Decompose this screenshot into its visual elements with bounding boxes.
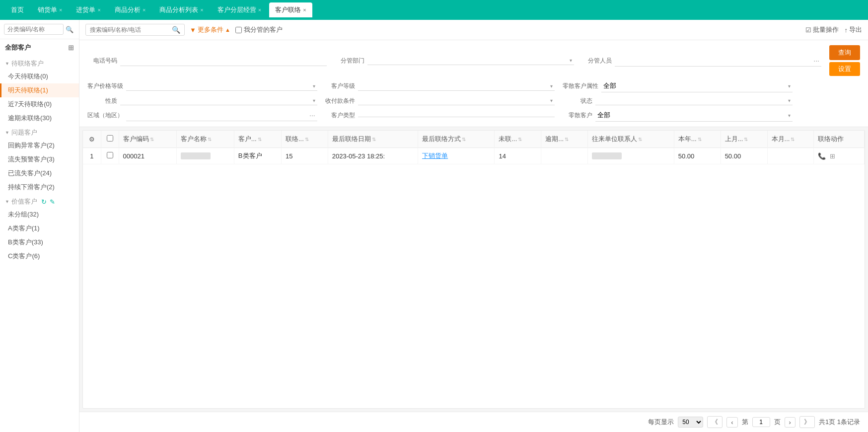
col-contact-person: 往来单位联系人 ⇅ [588,131,674,148]
nav-customer-contact[interactable]: 客户联络 × [269,2,312,17]
edit-icon[interactable]: ✎ [50,198,55,206]
nav-home[interactable]: 首页 [5,2,30,17]
last-contact-method-link[interactable]: 下销货单 [422,152,448,159]
filter-search-box[interactable]: 🔍 [85,24,185,36]
select-all-checkbox[interactable] [107,135,113,142]
phone-action-icon[interactable]: 📞 [818,152,826,160]
more-conditions-btn[interactable]: ▼ 更多条件 ▲ [190,25,230,34]
export-btn[interactable]: ↑ 导出 [845,25,863,34]
sidebar-item-c-class[interactable]: C类客户(6) [0,249,79,263]
filter-search-icon[interactable]: 🔍 [172,26,180,34]
sort-icon[interactable]: ⇅ [208,137,212,142]
query-button[interactable]: 查询 [829,45,860,60]
filter-row-2: 客户价格等级 ▾ 客户等级 ▾ 零散客户属性 全部 [87,80,860,92]
sidebar-item-declining[interactable]: 持续下滑客户(2) [0,180,79,194]
gender-select[interactable]: ▾ [120,96,317,105]
status-select[interactable]: ▾ [595,96,793,105]
close-icon[interactable]: × [59,7,62,13]
chevron-down-icon: ▾ [550,98,553,103]
nav-purchase-order[interactable]: 进货单 × [70,2,106,17]
sort-icon[interactable]: ⇅ [150,137,154,142]
sort-icon[interactable]: ⇅ [638,137,642,142]
filter-search-input[interactable] [90,26,172,33]
filter-field-retail-customer: 零散客户 全部 ▾ [563,109,793,122]
sidebar-item-tomorrow-contact[interactable]: 明天待联络(1) [0,83,79,97]
sidebar-item-churn-warning[interactable]: 流失预警客户(3) [0,152,79,166]
next-page-btn[interactable]: › [785,417,796,428]
qr-action-icon[interactable]: ⊞ [830,152,835,160]
nav-sales-order[interactable]: 销货单 × [32,2,68,17]
dots-icon[interactable]: ··· [309,111,315,119]
nav-product-analysis-list[interactable]: 商品分析列表 × [153,2,209,17]
sidebar-all-customers[interactable]: 全部客户 ⊞ [0,39,79,56]
col-customer-type: 客户... ⇅ [234,131,281,148]
sidebar-item-overdue-contact[interactable]: 逾期未联络(30) [0,111,79,125]
sidebar-group-pending[interactable]: 待联络客户 [0,56,79,70]
adv-filter-panel: 电话号码 分管部门 ▾ 分管人员 ··· [79,40,868,127]
sidebar-item-7days-contact[interactable]: 近7天待联络(0) [0,97,79,111]
my-customers-check[interactable] [235,27,242,33]
filter-row-3: 性质 ▾ 收付款条件 ▾ 状态 [87,96,860,105]
settings-button[interactable]: 设置 [829,62,860,76]
sort-icon[interactable]: ⇅ [698,137,702,142]
page-number-input[interactable] [752,417,770,427]
this-month-cell [767,148,814,164]
sidebar-search-input[interactable] [4,24,64,35]
last-page-btn[interactable]: 》 [799,416,815,428]
sort-icon[interactable]: ⇅ [565,137,569,142]
first-page-btn[interactable]: 《 [707,416,723,428]
sort-icon[interactable]: ⇅ [305,137,309,142]
my-customers-checkbox[interactable]: 我分管的客户 [235,25,283,34]
payment-select[interactable]: ▾ [358,96,555,105]
refresh-icon[interactable]: ↻ [41,198,47,206]
action-buttons: 查询 设置 [829,45,860,76]
row-checkbox[interactable] [101,148,119,164]
price-level-select[interactable]: ▾ [126,82,317,91]
manager-select[interactable]: ··· [615,55,821,67]
customer-type-select[interactable] [358,114,555,117]
sidebar: 🔍 全部客户 ⊞ 待联络客户 今天待联络(0) 明天待联络(1) 近7天待联络(… [0,20,79,432]
sort-icon[interactable]: ⇅ [462,137,466,142]
sidebar-item-today-contact[interactable]: 今天待联络(0) [0,70,79,83]
sidebar-item-churned[interactable]: 已流失客户(24) [0,166,79,180]
sidebar-item-repurchase-abnormal[interactable]: 回购异常客户(2) [0,139,79,152]
col-customer-name: 客户名称 ⇅ [176,131,234,148]
sidebar-search-icon[interactable]: 🔍 [66,26,73,33]
retail-customer-select[interactable]: 全部 ▾ [595,109,793,122]
sidebar-group-value[interactable]: 价值客户 ↻ ✎ [0,194,79,208]
filter-field-dept: 分管部门 ▾ [335,56,574,65]
dept-select[interactable]: ▾ [367,56,574,65]
phone-input[interactable] [120,56,327,66]
close-icon[interactable]: × [258,7,261,13]
table-area: ⚙ 客户编码 ⇅ 客户名称 ⇅ [82,130,865,409]
close-icon[interactable]: × [303,7,306,13]
prev-page-btn[interactable]: ‹ [726,417,737,428]
region-select[interactable]: ··· [126,110,317,121]
sort-icon[interactable]: ⇅ [791,137,795,142]
page-size-select[interactable]: 50 100 200 [678,417,703,428]
sidebar-item-a-class[interactable]: A类客户(1) [0,221,79,235]
filter-row-4: 区域（地区） ··· 客户类型 零散客户 全部 [87,109,860,122]
sort-icon[interactable]: ⇅ [372,137,376,142]
action-icons: 📞 ⊞ [818,152,860,160]
bulk-action-btn[interactable]: ☑ 批量操作 [805,25,839,34]
col-checkbox[interactable] [101,131,119,148]
nav-customer-tiering[interactable]: 客户分层经营 × [212,2,267,17]
col-not-contacted: 未联... ⇅ [495,131,541,148]
dots-icon[interactable]: ··· [813,57,819,65]
close-icon[interactable]: × [97,7,100,13]
nav-product-analysis[interactable]: 商品分析 × [109,2,151,17]
close-icon[interactable]: × [200,7,203,13]
sidebar-group-problem[interactable]: 问题客户 [0,125,79,139]
close-icon[interactable]: × [143,7,145,13]
sidebar-item-ungrouped[interactable]: 未分组(32) [0,208,79,221]
retail-attr-select[interactable]: 全部 ▾ [601,80,793,92]
level-select[interactable]: ▾ [358,82,555,91]
sort-icon[interactable]: ⇅ [258,137,262,142]
sidebar-item-b-class[interactable]: B类客户(33) [0,235,79,249]
col-settings[interactable]: ⚙ [83,131,101,148]
sort-icon[interactable]: ⇅ [744,137,748,142]
col-customer-code: 客户编码 ⇅ [119,131,176,148]
sort-icon[interactable]: ⇅ [518,137,522,142]
filter-field-region: 区域（地区） ··· [87,110,317,121]
